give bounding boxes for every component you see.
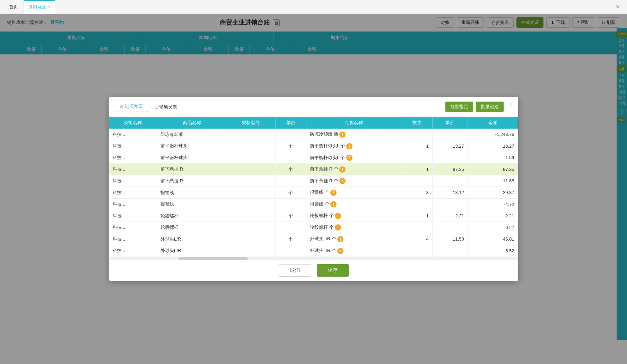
inventory-cell: 轮毂螺杆 个 ! xyxy=(306,210,401,222)
warning-icon: ! xyxy=(335,224,341,231)
table-row[interactable]: 科技...报警线报警线 个 !-4.72 xyxy=(109,198,518,210)
home-tab[interactable]: 首页 xyxy=(3,0,24,14)
table-cell: 1 xyxy=(401,164,433,175)
table-cell xyxy=(432,245,468,257)
main-content: 销售成本计算方法： 月平均 商贸企业进销台账 目 对账 重新开账 存货别名 生成… xyxy=(0,14,627,364)
table-cell xyxy=(227,233,275,245)
inventory-cell: 外球头L/R 个 ! xyxy=(306,245,401,257)
table-row[interactable]: 科技...前下悬挂 R前下悬挂 R 个 !-11.68 xyxy=(109,175,518,187)
table-cell xyxy=(227,210,275,222)
batch-create-button[interactable]: 批量创建 xyxy=(476,102,504,112)
table-cell xyxy=(401,198,433,210)
table-cell: 个 xyxy=(275,187,306,199)
save-button[interactable]: 保存 xyxy=(317,264,349,277)
warning-icon: ! xyxy=(346,155,352,161)
table-cell xyxy=(275,198,306,210)
table-cell xyxy=(227,140,275,152)
window-close-button[interactable]: ✕ xyxy=(612,3,624,10)
modal-footer: 取消 保存 xyxy=(109,260,518,281)
table-cell: 1 xyxy=(401,210,433,222)
table-cell: 97.35 xyxy=(468,164,518,175)
table-cell: 前下悬挂 R xyxy=(157,175,227,187)
table-cell xyxy=(227,129,275,140)
tab-close-icon[interactable]: × xyxy=(48,0,51,14)
table-row[interactable]: 科技...前平衡杆球头L个前平衡杆球头L 个 !113.2713.27 xyxy=(109,140,518,152)
cancel-button[interactable]: 取消 xyxy=(279,264,311,277)
table-row[interactable]: 科技...报警线个报警线 个 !313.1239.37 xyxy=(109,187,518,199)
inventory-cell: 报警线 个 ! xyxy=(306,198,401,210)
tab-sales-icon: □ xyxy=(155,104,158,110)
batch-assign-button[interactable]: 批量指定 xyxy=(445,102,473,112)
table-cell: 2.21 xyxy=(468,210,518,222)
table-cell: 科技... xyxy=(109,140,157,152)
table-cell xyxy=(401,222,433,233)
table-cell: 科技... xyxy=(109,152,157,164)
table-cell xyxy=(275,152,306,164)
table-cell xyxy=(432,129,468,140)
table-cell: 个 xyxy=(275,210,306,222)
warning-icon: ! xyxy=(339,166,346,173)
table-row[interactable]: 科技...前下悬挂 R个前下悬挂 R 个 !197.3597.35 xyxy=(109,164,518,175)
warning-icon: ! xyxy=(337,236,343,242)
table-cell: 2.21 xyxy=(432,210,468,222)
table-cell xyxy=(401,175,433,187)
table-cell xyxy=(432,152,468,164)
scrollbar-thumb[interactable] xyxy=(178,257,248,260)
table-cell: -1,243.76 xyxy=(468,129,518,140)
table-cell: -11.68 xyxy=(468,175,518,187)
table-cell xyxy=(275,129,306,140)
table-cell xyxy=(227,187,275,199)
inventory-cell: 前下悬挂 R 个 ! xyxy=(306,164,401,175)
inventory-cell: 前平衡杆球头L 个 ! xyxy=(306,152,401,164)
tab-purchase-invoice[interactable]: ⊙ 进项发票 xyxy=(115,101,148,112)
table-cell xyxy=(432,222,468,233)
table-cell: -0.27 xyxy=(468,222,518,233)
warning-icon: ! xyxy=(330,190,337,196)
warning-icon: ! xyxy=(337,248,343,254)
warning-icon: ! xyxy=(330,201,337,207)
table-cell: 前平衡杆球头L xyxy=(157,152,227,164)
table-row[interactable]: 科技...外球头L/R个外球头L/R 个 !411.5046.01 xyxy=(109,233,518,245)
col-quantity: 数量 xyxy=(401,117,433,129)
table-row[interactable]: 科技...防冻冷却液防冻冷却液 瓶 !-1,243.76 xyxy=(109,129,518,140)
inventory-cell: 前平衡杆球头L 个 ! xyxy=(306,140,401,152)
tab-sales-invoice[interactable]: □ 销项发票 xyxy=(150,102,182,112)
table-row[interactable]: 科技...前平衡杆球头L前平衡杆球头L 个 !-1.59 xyxy=(109,152,518,164)
table-cell: 4 xyxy=(401,233,433,245)
table-cell: 报警线 xyxy=(157,187,227,199)
inventory-cell: 外球头L/R 个 ! xyxy=(306,233,401,245)
table-cell: -1.59 xyxy=(468,152,518,164)
table-cell xyxy=(227,152,275,164)
table-cell: 科技... xyxy=(109,245,157,257)
table-cell: 个 xyxy=(275,140,306,152)
col-inventory: 存货名称 xyxy=(306,117,401,129)
modal-scrollbar[interactable] xyxy=(109,257,518,260)
table-cell xyxy=(401,152,433,164)
inventory-cell: 报警线 个 ! xyxy=(306,187,401,199)
inventory-cell: 轮毂螺杆 个 ! xyxy=(306,222,401,233)
table-header-row: 公司名称 商品名称 规格型号 单位 存货名称 数量 单价 金额 xyxy=(109,117,518,129)
table-cell: 97.35 xyxy=(432,164,468,175)
tab-purchase-icon: ⊙ xyxy=(120,104,123,109)
table-cell: 科技... xyxy=(109,198,157,210)
table-cell xyxy=(227,245,275,257)
table-cell: 科技... xyxy=(109,129,157,140)
table-row[interactable]: 科技...轮毂螺杆个轮毂螺杆 个 !12.212.21 xyxy=(109,210,518,222)
col-unit: 单位 xyxy=(275,117,306,129)
table-cell xyxy=(432,198,468,210)
modal-overlay: ⊙ 进项发票 □ 销项发票 批量指定 批量创建 × xyxy=(0,14,627,364)
table-cell: 外球头L/R xyxy=(157,245,227,257)
table-cell xyxy=(275,222,306,233)
warning-icon: ! xyxy=(335,213,341,219)
table-cell: 1 xyxy=(401,140,433,152)
modal-dialog: ⊙ 进项发票 □ 销项发票 批量指定 批量创建 × xyxy=(109,97,518,280)
modal-close-button[interactable]: × xyxy=(509,102,512,112)
col-spec: 规格型号 xyxy=(227,117,275,129)
table-row[interactable]: 科技...外球头L/R外球头L/R 个 !-5.52 xyxy=(109,245,518,257)
col-unit-price: 单价 xyxy=(432,117,468,129)
modal-table-container: 公司名称 商品名称 规格型号 单位 存货名称 数量 单价 金额 科技...防冻冷… xyxy=(109,117,518,257)
table-row[interactable]: 科技...轮毂螺杆轮毂螺杆 个 !-0.27 xyxy=(109,222,518,233)
active-tab[interactable]: 进销台账 × xyxy=(24,0,55,14)
table-cell: 13.27 xyxy=(468,140,518,152)
table-cell: 轮毂螺杆 xyxy=(157,222,227,233)
